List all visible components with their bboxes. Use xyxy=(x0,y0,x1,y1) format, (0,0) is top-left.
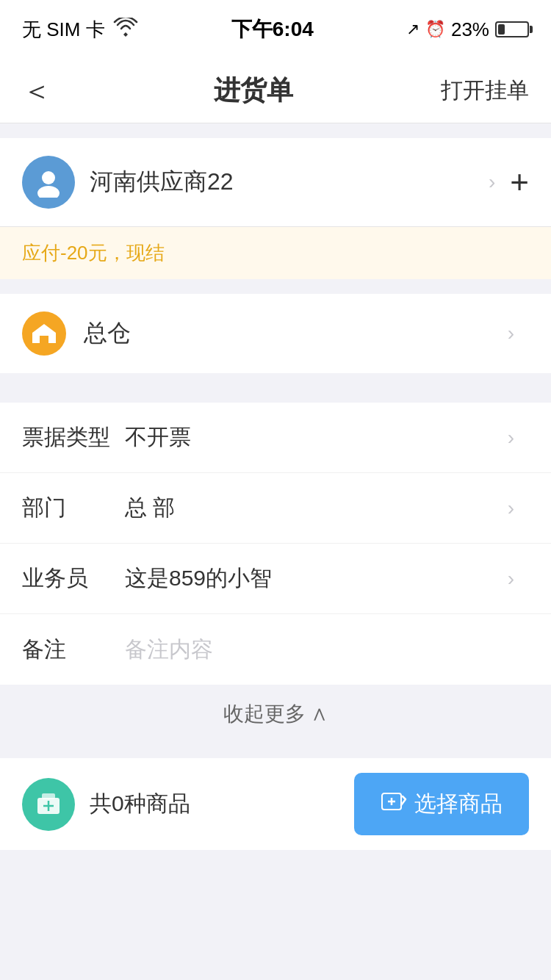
status-bar: 无 SIM 卡 下午6:04 ↗ ⏰ 23% xyxy=(0,0,551,59)
supplier-chevron-icon: › xyxy=(489,170,495,194)
select-btn-label: 选择商品 xyxy=(414,789,503,819)
svg-rect-2 xyxy=(40,336,48,343)
salesperson-row[interactable]: 业务员 这是859的小智 › xyxy=(0,544,551,614)
section-gap-2 xyxy=(0,279,551,294)
battery-pct: 23% xyxy=(451,18,489,41)
salesperson-chevron-icon: › xyxy=(508,567,514,591)
dept-label: 部门 xyxy=(22,493,118,523)
remark-label: 备注 xyxy=(22,635,118,665)
svg-rect-4 xyxy=(42,793,55,799)
product-count: 共0种商品 xyxy=(90,789,354,819)
status-right: ↗ ⏰ 23% xyxy=(406,18,529,41)
wifi-icon xyxy=(112,18,139,42)
supplier-avatar xyxy=(22,156,75,209)
collapse-label: 收起更多 ∧ xyxy=(223,700,328,728)
dept-value: 总 部 xyxy=(118,493,508,523)
warehouse-row[interactable]: 总仓 › xyxy=(0,294,551,373)
location-icon: ↗ xyxy=(406,20,419,39)
page-background xyxy=(0,850,551,980)
invoice-type-label: 票据类型 xyxy=(22,422,118,453)
invoice-chevron-icon: › xyxy=(508,426,514,450)
notice-text: 应付-20元，现结 xyxy=(22,242,165,264)
battery-icon xyxy=(495,21,529,37)
select-product-button[interactable]: 选择商品 xyxy=(354,773,529,835)
dept-row[interactable]: 部门 总 部 › xyxy=(0,473,551,544)
remark-input[interactable]: 备注内容 xyxy=(118,635,529,665)
notice-bar: 应付-20元，现结 xyxy=(0,227,551,279)
supplier-name: 河南供应商22 xyxy=(90,166,489,198)
select-product-icon xyxy=(381,790,407,818)
page-title: 进货单 xyxy=(214,73,293,109)
product-icon xyxy=(22,778,75,831)
warehouse-section[interactable]: 总仓 › xyxy=(0,294,551,373)
time-display: 下午6:04 xyxy=(231,15,314,43)
alarm-icon: ⏰ xyxy=(425,20,445,39)
form-section: 票据类型 不开票 › 部门 总 部 › 业务员 这是859的小智 › 备注 备注… xyxy=(0,403,551,685)
bottom-product-bar: 共0种商品 选择商品 xyxy=(0,758,551,850)
supplier-section: 河南供应商22 › + 应付-20元，现结 xyxy=(0,138,551,279)
remark-row[interactable]: 备注 备注内容 xyxy=(0,614,551,685)
warehouse-name: 总仓 xyxy=(84,317,508,350)
warehouse-chevron-icon: › xyxy=(508,322,514,345)
supplier-row[interactable]: 河南供应商22 › + xyxy=(0,138,551,227)
salesperson-value: 这是859的小智 xyxy=(118,563,508,594)
add-supplier-button[interactable]: + xyxy=(510,166,529,198)
nav-bar: ＜ 进货单 打开挂单 xyxy=(0,59,551,123)
section-gap-3 xyxy=(0,373,551,388)
status-left: 无 SIM 卡 xyxy=(22,17,139,43)
invoice-type-value: 不开票 xyxy=(118,422,508,453)
svg-point-1 xyxy=(37,186,60,198)
salesperson-label: 业务员 xyxy=(22,563,118,594)
section-gap-1 xyxy=(0,123,551,138)
open-pending-button[interactable]: 打开挂单 xyxy=(441,76,529,106)
carrier-text: 无 SIM 卡 xyxy=(22,17,105,43)
back-button[interactable]: ＜ xyxy=(22,71,66,111)
invoice-type-row[interactable]: 票据类型 不开票 › xyxy=(0,403,551,473)
svg-point-0 xyxy=(42,171,55,184)
dept-chevron-icon: › xyxy=(508,497,514,520)
warehouse-icon xyxy=(22,311,66,356)
collapse-bar[interactable]: 收起更多 ∧ xyxy=(0,685,551,743)
